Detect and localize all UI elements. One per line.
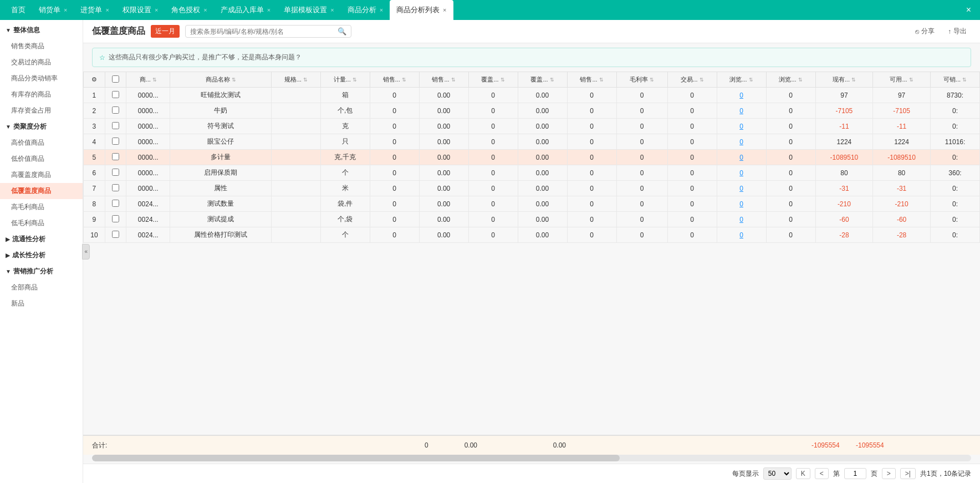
nav-item-product-analysis-list[interactable]: 商品分析列表 × xyxy=(390,0,453,20)
row-checkbox[interactable] xyxy=(112,231,119,238)
sort-sales2-icon[interactable]: ⇅ xyxy=(451,77,456,83)
cell-13-row-6[interactable]: 0 xyxy=(717,181,766,196)
cell-13-row-7[interactable]: 0 xyxy=(717,196,766,212)
nav-item-purchase[interactable]: 进货单 × xyxy=(74,0,115,20)
cell-7-row-6: 0.00 xyxy=(419,181,468,196)
row-checkbox[interactable] xyxy=(112,138,119,145)
sort-code-icon[interactable]: ⇅ xyxy=(152,77,157,83)
cell-1-row-6[interactable] xyxy=(105,181,126,196)
cell-1-row-9[interactable] xyxy=(105,227,126,243)
nav-item-role[interactable]: 角色授权 × xyxy=(165,0,213,20)
cell-1-row-7[interactable] xyxy=(105,196,126,212)
share-button[interactable]: ⎋ 分享 xyxy=(911,24,939,38)
cell-1-row-5[interactable] xyxy=(105,165,126,181)
sort-browse1-icon[interactable]: ⇅ xyxy=(749,77,753,83)
sort-gross-icon[interactable]: ⇅ xyxy=(650,77,654,83)
cell-1-row-8[interactable] xyxy=(105,212,126,227)
col-checkbox[interactable] xyxy=(105,72,126,88)
sort-sales1-icon[interactable]: ⇅ xyxy=(402,77,406,83)
sidebar-item-stock-goods[interactable]: 有库存的商品 xyxy=(0,87,83,103)
cell-1-row-0[interactable] xyxy=(105,88,126,103)
sort-cover2-icon[interactable]: ⇅ xyxy=(550,77,554,83)
cell-11-row-9: 0 xyxy=(616,227,667,243)
sidebar-item-traded-goods[interactable]: 交易过的商品 xyxy=(0,54,83,70)
nav-item-product-entry[interactable]: 产成品入库单 × xyxy=(214,0,277,20)
nav-item-template[interactable]: 单据模板设置 × xyxy=(277,0,340,20)
horizontal-scrollbar[interactable] xyxy=(92,455,971,461)
close-permission-icon[interactable]: × xyxy=(155,7,158,13)
sort-current-icon[interactable]: ⇅ xyxy=(851,77,856,83)
sidebar-item-low-value[interactable]: 低价值商品 xyxy=(0,151,83,167)
sidebar-item-high-value[interactable]: 高价值商品 xyxy=(0,135,83,151)
row-checkbox[interactable] xyxy=(112,122,119,129)
cell-1-row-2[interactable] xyxy=(105,119,126,134)
sort-name-icon[interactable]: ⇅ xyxy=(232,77,236,83)
sidebar-item-low-coverage[interactable]: 低覆盖度商品 xyxy=(0,183,83,199)
sidebar-group-growth[interactable]: ▶ 成长性分析 xyxy=(0,247,83,263)
sidebar-item-new-goods[interactable]: 新品 xyxy=(0,296,83,312)
sidebar-item-sales-goods[interactable]: 销售类商品 xyxy=(0,38,83,54)
cell-13-row-2[interactable]: 0 xyxy=(717,119,766,134)
sidebar-group-circulation[interactable]: ▶ 流通性分析 xyxy=(0,231,83,247)
close-role-icon[interactable]: × xyxy=(203,7,207,13)
close-sales-icon[interactable]: × xyxy=(64,7,67,13)
nav-item-permission[interactable]: 权限设置 × xyxy=(116,0,165,20)
cell-11-row-3: 0 xyxy=(616,134,667,150)
page-number-input[interactable] xyxy=(844,468,866,479)
row-checkbox[interactable] xyxy=(112,215,119,222)
next-page-btn[interactable]: > xyxy=(882,468,896,479)
last-page-btn[interactable]: >| xyxy=(900,468,916,479)
cell-13-row-3[interactable]: 0 xyxy=(717,134,766,150)
sidebar-collapse-btn[interactable]: « xyxy=(82,244,90,260)
sort-spec-icon[interactable]: ⇅ xyxy=(303,77,308,83)
col-settings[interactable]: ⚙ xyxy=(84,72,105,88)
period-button[interactable]: 近一月 xyxy=(151,25,180,38)
cell-1-row-4[interactable] xyxy=(105,150,126,165)
sidebar-item-all-goods[interactable]: 全部商品 xyxy=(0,279,83,296)
cell-13-row-4[interactable]: 0 xyxy=(717,150,766,165)
sidebar-group-overall[interactable]: ▼ 整体信息 xyxy=(0,22,83,38)
sort-trade-icon[interactable]: ⇅ xyxy=(700,77,704,83)
search-input[interactable] xyxy=(190,28,338,35)
app-close-btn[interactable]: × xyxy=(962,5,976,15)
row-checkbox[interactable] xyxy=(112,184,119,191)
select-all-checkbox[interactable] xyxy=(112,75,119,83)
cell-13-row-1[interactable]: 0 xyxy=(717,103,766,119)
cell-1-row-3[interactable] xyxy=(105,134,126,150)
row-checkbox[interactable] xyxy=(112,153,119,160)
close-product-analysis-icon[interactable]: × xyxy=(380,7,383,13)
sidebar-item-stock-capital[interactable]: 库存资金占用 xyxy=(0,103,83,119)
nav-item-product-analysis[interactable]: 商品分析 × xyxy=(341,0,390,20)
row-checkbox[interactable] xyxy=(112,91,119,98)
close-template-icon[interactable]: × xyxy=(330,7,334,13)
sort-unit-icon[interactable]: ⇅ xyxy=(353,77,357,83)
sidebar-item-high-coverage[interactable]: 高覆盖度商品 xyxy=(0,167,83,183)
sort-saleable-icon[interactable]: ⇅ xyxy=(962,77,967,83)
close-list-icon[interactable]: × xyxy=(443,7,446,13)
sort-sales3-icon[interactable]: ⇅ xyxy=(599,77,604,83)
export-button[interactable]: ↑ 导出 xyxy=(943,24,971,38)
sort-browse2-icon[interactable]: ⇅ xyxy=(798,77,803,83)
close-purchase-icon[interactable]: × xyxy=(105,7,109,13)
row-checkbox[interactable] xyxy=(112,106,119,114)
page-size-select[interactable]: 50 100 200 xyxy=(763,467,792,480)
cell-13-row-9[interactable]: 0 xyxy=(717,227,766,243)
cell-13-row-0[interactable]: 0 xyxy=(717,88,766,103)
prev-page-btn[interactable]: < xyxy=(815,468,829,479)
close-product-entry-icon[interactable]: × xyxy=(267,7,270,13)
first-page-btn[interactable]: K xyxy=(796,468,810,479)
sort-cover1-icon[interactable]: ⇅ xyxy=(501,77,505,83)
cell-1-row-1[interactable] xyxy=(105,103,126,119)
cell-13-row-8[interactable]: 0 xyxy=(717,212,766,227)
nav-item-sales[interactable]: 销货单 × xyxy=(32,0,74,20)
sidebar-item-high-profit[interactable]: 高毛利商品 xyxy=(0,199,83,215)
row-checkbox[interactable] xyxy=(112,200,119,207)
row-checkbox[interactable] xyxy=(112,169,119,176)
sidebar-item-category-rate[interactable]: 商品分类动销率 xyxy=(0,70,83,87)
sidebar-item-low-profit[interactable]: 低毛利商品 xyxy=(0,215,83,231)
nav-item-home[interactable]: 首页 xyxy=(4,0,32,20)
sidebar-group-marketing[interactable]: ▼ 营销推广分析 xyxy=(0,263,83,279)
sidebar-group-cluster[interactable]: ▼ 类聚度分析 xyxy=(0,119,83,135)
cell-13-row-5[interactable]: 0 xyxy=(717,165,766,181)
sort-available-icon[interactable]: ⇅ xyxy=(909,77,913,83)
